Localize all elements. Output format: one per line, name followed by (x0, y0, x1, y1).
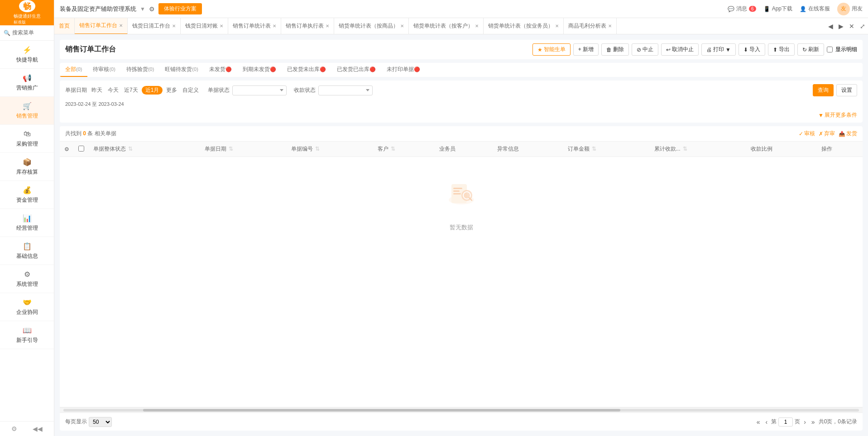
settings-icon[interactable]: ⚙ (11, 425, 17, 432)
sidebar-item-finance[interactable]: 💰 资金管理 (0, 181, 54, 209)
add-button[interactable]: + 新增 (573, 43, 599, 56)
app-download-item[interactable]: 📱 App下载 (763, 5, 792, 13)
first-page-btn[interactable]: « (755, 417, 762, 427)
tab-sales-stats[interactable]: 销售订单统计表 ✕ (228, 18, 281, 34)
date-opt-1month[interactable]: 近1月 (142, 86, 163, 95)
export-button[interactable]: ⬆ 导出 (768, 43, 795, 56)
select-all-checkbox[interactable] (78, 146, 84, 152)
logo-icon: 畅 (19, 0, 35, 12)
prev-page-btn[interactable]: ‹ (764, 417, 770, 427)
page-body: 销售订单工作台 ★ 智能生单 + 新增 🗑 删除 ⊘ 中止 (54, 34, 868, 436)
sort-icon[interactable]: ⇅ (683, 146, 687, 152)
tab-close-icon[interactable]: ✕ (273, 24, 276, 28)
sidebar-item-guide[interactable]: 📖 新手引导 (0, 321, 54, 349)
refresh-button[interactable]: ↻ 刷新 (797, 43, 824, 56)
sidebar-item-quick-nav[interactable]: ⚡ 快捷导航 (0, 41, 54, 69)
tab-close-all-btn[interactable]: ✕ (846, 21, 857, 32)
query-button[interactable]: 查询 (813, 84, 834, 96)
tab-close-icon[interactable]: ✕ (608, 24, 612, 28)
show-detail-checkbox[interactable] (827, 47, 833, 52)
settings-col-header[interactable]: ⚙ (60, 142, 74, 157)
filter-row-1: 单据日期 昨天 今天 近7天 近1月 更多 自定义 单据状态 (65, 84, 857, 96)
sort-icon[interactable]: ⇅ (391, 146, 395, 152)
sidebar-item-inventory[interactable]: 📦 库存核算 (0, 153, 54, 181)
expand-filters-btn[interactable]: ▼ 展开更多条件 (818, 111, 857, 119)
sidebar-item-corp[interactable]: 🤝 企业协同 (0, 293, 54, 321)
last-page-btn[interactable]: » (810, 417, 817, 427)
filter-tab-shipped-not-out[interactable]: 已发货未出库🔴 (282, 63, 331, 77)
review-action-btn[interactable]: ✓ 审核 (799, 130, 815, 137)
tab-cash-daily[interactable]: 钱货日清工作台 ✕ (128, 18, 181, 34)
cancel-stop-button[interactable]: ↩ 取消中止 (661, 43, 699, 56)
sidebar-item-sales[interactable]: 🛒 销售管理 (0, 97, 54, 125)
sidebar-item-operation[interactable]: 📊 经营管理 (0, 209, 54, 237)
system-title-dropdown[interactable]: ▼ (140, 6, 145, 12)
tab-close-icon[interactable]: ✕ (326, 24, 329, 28)
delete-button[interactable]: 🗑 删除 (601, 43, 629, 56)
sidebar-item-base-info[interactable]: 📋 基础信息 (0, 237, 54, 265)
topbar-gear-icon[interactable]: ⚙ (149, 5, 155, 13)
tab-sales-summary-customer[interactable]: 销货单统计表（按客户） ✕ (409, 18, 484, 34)
date-opt-7days[interactable]: 近7天 (122, 85, 140, 95)
page-input[interactable] (778, 417, 793, 427)
filter-tab-pending-review[interactable]: 待审核(0) (87, 63, 120, 77)
date-opt-yesterday[interactable]: 昨天 (90, 85, 104, 95)
sidebar-item-purchase[interactable]: 🛍 采购管理 (0, 125, 54, 153)
tab-home[interactable]: 首页 (54, 18, 75, 34)
tab-prev-btn[interactable]: ◀ (825, 21, 836, 32)
filter-tab-wangpu-deliver[interactable]: 旺铺待发货(0) (159, 63, 203, 77)
sort-icon[interactable]: ⇅ (128, 146, 133, 152)
filter-tab-overdue-not-shipped[interactable]: 到期未发货🔴 (237, 63, 282, 77)
tab-sales-execute[interactable]: 销售订单执行表 ✕ (281, 18, 334, 34)
filter-tab-not-shipped[interactable]: 未发货🔴 (204, 63, 237, 77)
page-size-select[interactable]: 50 100 200 (89, 417, 112, 427)
tab-cash-reconcile[interactable]: 钱货日清对账 ✕ (181, 18, 228, 34)
next-page-btn[interactable]: › (802, 417, 808, 427)
collapse-icon[interactable]: ◀◀ (33, 425, 43, 432)
stop-button[interactable]: ⊘ 中止 (632, 43, 658, 56)
date-opt-today[interactable]: 今天 (106, 85, 120, 95)
online-service-item[interactable]: 👤 在线客服 (800, 5, 830, 13)
date-opt-custom[interactable]: 自定义 (181, 85, 201, 95)
tab-sales-workbench[interactable]: 销售订单工作台 ✕ (75, 18, 128, 34)
sidebar-item-system[interactable]: ⚙ 系统管理 (0, 265, 54, 293)
status-select[interactable] (232, 85, 287, 95)
filter-tab-not-printed[interactable]: 未打印单据🔴 (381, 63, 426, 77)
import-button[interactable]: ⬇ 导入 (739, 43, 765, 56)
filter-tab-pending-inspect[interactable]: 待拣验货(0) (121, 63, 159, 77)
date-opt-more[interactable]: 更多 (164, 85, 179, 95)
tab-close-icon[interactable]: ✕ (172, 24, 176, 28)
filter-tab-all[interactable]: 全部(0) (60, 63, 87, 77)
export-icon: ⬆ (773, 47, 777, 53)
cancel-action-btn[interactable]: ✗ 弃审 (819, 130, 835, 137)
filter-setting-button[interactable]: 设置 (836, 84, 857, 96)
solution-button[interactable]: 体验行业方案 (158, 3, 202, 14)
tab-sales-summary-product[interactable]: 销货单统计表（按商品） ✕ (334, 18, 409, 34)
smart-create-button[interactable]: ★ 智能生单 (532, 43, 571, 56)
horizontal-scrollbar[interactable] (60, 407, 863, 412)
tab-next-btn[interactable]: ▶ (836, 21, 846, 32)
checkbox-col-header[interactable] (74, 142, 89, 157)
filter-tab-label: 未打印单据 (387, 66, 414, 72)
sidebar-item-marketing[interactable]: 📢 营销推广 (0, 69, 54, 97)
tab-maximize-btn[interactable]: ⤢ (857, 21, 868, 32)
print-button[interactable]: 🖨 打印 ▼ (701, 43, 736, 56)
finance-icon: 💰 (23, 185, 32, 194)
sort-icon[interactable]: ⇅ (315, 146, 320, 152)
tab-close-icon[interactable]: ✕ (555, 24, 559, 28)
user-item[interactable]: 友 用友 (837, 3, 863, 15)
tab-margin-analysis[interactable]: 商品毛利分析表 ✕ (564, 18, 617, 34)
ship-action-btn[interactable]: 📤 发货 (839, 130, 857, 137)
tab-close-icon[interactable]: ✕ (119, 23, 123, 28)
tab-close-icon[interactable]: ✕ (400, 24, 404, 28)
tab-sales-summary-staff[interactable]: 销货单统计表（按业务员） ✕ (484, 18, 564, 34)
scrollbar-thumb[interactable] (143, 409, 620, 412)
sort-icon[interactable]: ⇅ (229, 146, 233, 152)
sort-icon[interactable]: ⇅ (592, 146, 596, 152)
payment-select[interactable] (318, 85, 373, 95)
message-item[interactable]: 💬 消息 6 (728, 5, 756, 13)
tab-close-icon[interactable]: ✕ (220, 24, 223, 28)
tab-close-icon[interactable]: ✕ (475, 24, 479, 28)
search-menu[interactable]: 🔍 搜索菜单 (0, 25, 54, 41)
filter-tab-shipped-out[interactable]: 已发货已出库🔴 (331, 63, 381, 77)
